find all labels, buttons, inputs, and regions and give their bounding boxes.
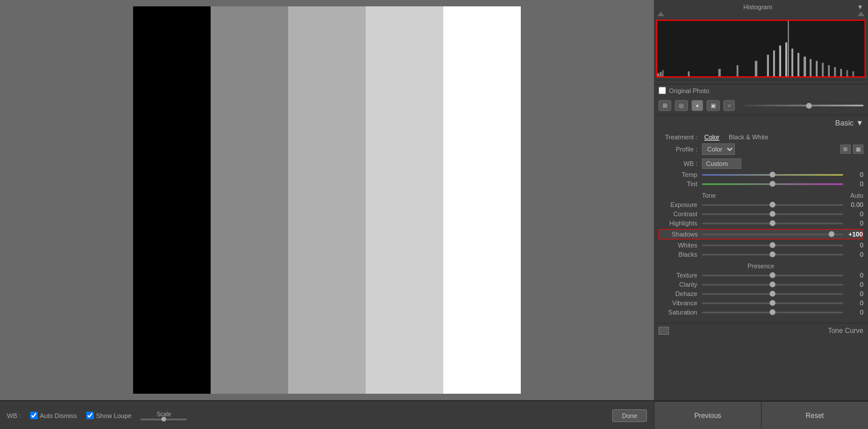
svg-rect-6	[737, 65, 738, 76]
whites-control	[702, 245, 843, 246]
show-loupe-checkbox[interactable]	[86, 412, 94, 419]
done-button[interactable]: Done	[612, 409, 647, 422]
dehaze-slider[interactable]	[702, 293, 843, 295]
saturation-label: Saturation	[659, 309, 702, 316]
wb-select[interactable]: Custom As Shot Auto Daylight	[702, 158, 741, 169]
tint-thumb[interactable]	[770, 181, 775, 187]
svg-rect-9	[773, 50, 775, 76]
highlights-control	[702, 223, 843, 224]
shadows-slider[interactable]	[703, 234, 843, 235]
temp-thumb[interactable]	[770, 172, 775, 177]
treatment-color-option[interactable]: Color	[702, 133, 722, 141]
auto-button[interactable]: Auto	[850, 192, 863, 199]
profile-row: Profile : Color ⊞ ▦	[659, 143, 863, 155]
svg-rect-14	[804, 57, 806, 76]
temp-label: Temp	[659, 171, 702, 178]
toolbar-row: ⊞ ◎ ● ▣ ○	[654, 97, 868, 115]
profile-select[interactable]: Color	[702, 143, 735, 155]
previous-button[interactable]: Previous	[654, 401, 762, 429]
histogram-left-arrow[interactable]	[657, 12, 664, 16]
contrast-thumb[interactable]	[770, 211, 775, 217]
temp-slider[interactable]	[702, 174, 843, 176]
texture-slider[interactable]	[702, 275, 843, 276]
highlights-slider[interactable]	[702, 223, 843, 224]
treatment-row: Treatment : Color Black & White	[659, 133, 863, 141]
saturation-slider[interactable]	[702, 312, 843, 313]
whites-thumb[interactable]	[770, 242, 775, 248]
blacks-control	[702, 254, 843, 256]
exposure-thumb[interactable]	[770, 202, 775, 208]
shadows-thumb[interactable]	[829, 231, 834, 237]
svg-rect-19	[834, 67, 836, 76]
contrast-slider[interactable]	[702, 213, 843, 215]
svg-rect-13	[797, 53, 799, 76]
blacks-slider[interactable]	[702, 254, 843, 256]
treatment-options: Color Black & White	[702, 133, 771, 141]
exposure-label: Exposure	[659, 201, 702, 208]
shadows-row: Shadows +100	[659, 229, 863, 239]
basic-collapse-icon[interactable]: ▼	[856, 119, 863, 127]
whites-slider[interactable]	[702, 245, 843, 246]
presence-title: Presence	[659, 262, 863, 269]
whites-value: 0	[843, 242, 863, 249]
strip-white	[443, 6, 521, 394]
crop-tool-btn[interactable]: ◎	[675, 100, 688, 111]
svg-rect-3	[662, 70, 663, 76]
shadows-control	[703, 234, 843, 235]
saturation-thumb[interactable]	[770, 309, 775, 315]
profile-grid-btn[interactable]: ⊞	[840, 145, 851, 154]
clarity-thumb[interactable]	[770, 282, 775, 287]
right-panel: Histogram ▼	[654, 0, 868, 400]
grid-tool-btn[interactable]: ⊞	[659, 100, 671, 111]
tone-curve-collapse-btn[interactable]	[659, 327, 669, 335]
auto-dismiss-checkbox[interactable]	[30, 412, 38, 419]
svg-rect-18	[828, 65, 830, 76]
basic-section: Basic ▼ Treatment : Color Black & White …	[654, 115, 868, 323]
circle-tool-btn[interactable]: ●	[692, 100, 703, 111]
original-photo-row: Original Photo	[654, 84, 868, 97]
tint-row: Tint 0	[659, 180, 863, 187]
svg-rect-4	[688, 71, 690, 76]
toolbar-slider[interactable]	[743, 105, 863, 106]
tint-value: 0	[843, 180, 863, 187]
shadows-label: Shadows	[659, 231, 703, 238]
clarity-label: Clarity	[659, 281, 702, 288]
scale-label: Scale	[157, 411, 171, 417]
texture-label: Texture	[659, 272, 702, 279]
clarity-slider[interactable]	[702, 284, 843, 286]
blacks-thumb[interactable]	[770, 252, 775, 257]
svg-rect-12	[792, 49, 793, 76]
exposure-control	[702, 204, 843, 206]
histogram-right-arrow[interactable]	[858, 12, 865, 16]
treatment-bw-option[interactable]: Black & White	[726, 133, 770, 141]
circle-outline-tool-btn[interactable]: ○	[723, 100, 735, 111]
basic-title: Basic	[835, 119, 854, 127]
original-photo-checkbox[interactable]	[659, 87, 666, 94]
wb-bottom-label: WB :	[7, 412, 21, 419]
vibrance-thumb[interactable]	[770, 300, 775, 306]
histogram-title-bar: Histogram ▼	[656, 2, 866, 12]
temp-row: Temp 0	[659, 171, 863, 178]
temp-value: 0	[843, 171, 863, 178]
dehaze-thumb[interactable]	[770, 291, 775, 297]
exposure-slider[interactable]	[702, 204, 843, 206]
clarity-value: 0	[843, 281, 863, 288]
profile-grid2-btn[interactable]: ▦	[853, 145, 863, 154]
reset-button[interactable]: Reset	[762, 401, 868, 429]
highlights-thumb[interactable]	[770, 220, 775, 226]
svg-rect-1	[657, 73, 659, 76]
tint-slider[interactable]	[702, 183, 843, 185]
scale-thumb[interactable]	[161, 417, 166, 421]
shadows-value: +100	[843, 231, 863, 238]
texture-thumb[interactable]	[770, 272, 775, 278]
vibrance-slider[interactable]	[702, 302, 843, 304]
strip-dark-gray	[211, 6, 288, 394]
blacks-value: 0	[843, 251, 863, 258]
histogram-collapse-icon[interactable]: ▼	[857, 3, 863, 10]
dehaze-control	[702, 293, 843, 295]
whites-label: Whites	[659, 242, 702, 249]
svg-rect-11	[785, 42, 787, 76]
highlights-label: Highlights	[659, 220, 702, 227]
scale-slider[interactable]	[141, 419, 187, 420]
square-tool-btn[interactable]: ▣	[707, 100, 720, 111]
